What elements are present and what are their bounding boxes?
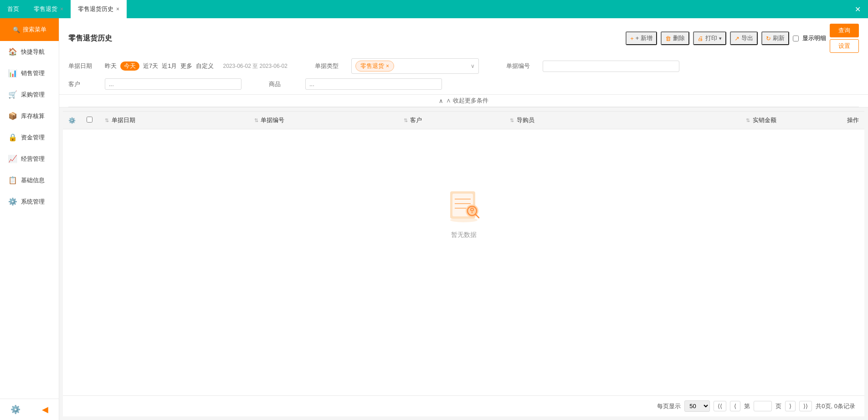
window-close-button[interactable]: ✕ [855,5,861,14]
query-button[interactable]: 查询 [830,24,859,37]
per-page-label: 每页显示 [657,402,681,410]
data-table: ⚙️ ⇅ 单据日期 ⇅ 单据编号 [63,111,864,129]
delete-icon: 🗑 [665,35,671,42]
sort-amount-icon: ⇅ [746,118,750,123]
sidebar-item-basic-info-label: 基础信息 [21,176,45,184]
show-detail-checkbox-label[interactable]: 显示明细 [793,34,826,42]
sort-number-icon: ⇅ [254,118,258,123]
top-bar: 首页 零售退货 × 零售退货历史 × ✕ [0,0,868,18]
date-opt-custom[interactable]: 自定义 [196,62,214,70]
sidebar: 🔍 搜索菜单 🏠 快捷导航 📊 销售管理 🛒 采购管理 📦 库存核算 🔒 资金管… [0,18,59,420]
filter-row-date: 单据日期 昨天 今天 近7天 近1月 更多 自定义 2023-06-02 至 2… [68,58,859,74]
operations-icon: 📈 [8,154,17,163]
sidebar-item-system-label: 系统管理 [21,198,45,206]
tab-retail-return-history[interactable]: 零售退货历史 × [71,0,127,18]
date-opt-1month[interactable]: 近1月 [162,62,177,70]
refresh-button[interactable]: ↻ 刷新 [761,31,789,45]
tab-retail-return-history-label: 零售退货历史 [78,5,113,13]
goods-filter-input[interactable] [305,78,442,90]
sidebar-item-quicknav[interactable]: 🏠 快捷导航 [0,41,59,62]
page-title: 零售退货历史 [68,34,112,43]
date-range-display: 2023-06-02 至 2023-06-02 [223,62,287,70]
delete-label: 删除 [673,34,685,42]
table-head: ⚙️ ⇅ 单据日期 ⇅ 单据编号 [63,112,864,129]
sidebar-item-quicknav-label: 快捷导航 [21,48,45,56]
th-amount-label: 实销金额 [753,117,776,123]
th-settings[interactable]: ⚙️ [63,112,81,129]
sidebar-item-basic-info[interactable]: 📋 基础信息 [0,169,59,191]
th-customer[interactable]: ⇅ 客户 [398,112,505,129]
sidebar-search[interactable]: 🔍 搜索菜单 [0,18,59,41]
prev-page-button[interactable]: ⟨ [730,401,740,411]
show-detail-label: 显示明细 [802,34,826,42]
th-customer-label: 客户 [410,117,422,123]
settings-bottom-icon[interactable]: ⚙️ [10,405,21,415]
sidebar-item-purchase-label: 采购管理 [21,91,45,99]
tab-home-label: 首页 [7,5,19,13]
empty-text: 暂无数据 [451,231,477,239]
sidebar-item-finance[interactable]: 🔒 资金管理 [0,127,59,148]
th-date[interactable]: ⇅ 单据日期 [99,112,249,129]
number-filter-input[interactable] [543,61,679,72]
first-page-button[interactable]: ⟨⟨ [714,401,726,411]
sidebar-item-system[interactable]: ⚙️ 系统管理 [0,191,59,212]
settings-button[interactable]: 设置 [830,39,859,53]
th-action: 操作 [782,112,864,129]
sidebar-item-operations-label: 经营管理 [21,155,45,163]
tab-home[interactable]: 首页 [0,0,26,18]
th-amount[interactable]: ⇅ 实销金额 [632,112,782,129]
page-label: 第 [744,402,750,410]
finance-icon: 🔒 [8,133,17,142]
next-page-button[interactable]: ⟩ [785,401,796,411]
sidebar-item-operations[interactable]: 📈 经营管理 [0,148,59,169]
date-opt-yesterday[interactable]: 昨天 [105,62,117,70]
export-icon: ↗ [734,35,740,42]
tab-retail-return-history-close[interactable]: × [116,6,119,12]
th-date-label: 单据日期 [112,117,135,123]
collapse-filter-button[interactable]: ∧ ∧ 收起更多条件 [59,94,868,107]
top-bar-right: ✕ [847,5,868,14]
date-opt-7days[interactable]: 近7天 [143,62,158,70]
collapse-sidebar-icon[interactable]: ◀ [42,405,48,415]
purchase-icon: 🛒 [8,90,17,99]
svg-line-8 [476,215,479,218]
sidebar-item-finance-label: 资金管理 [21,133,45,142]
tab-retail-return[interactable]: 零售退货 × [26,0,71,18]
page-input[interactable]: 1 [754,401,772,411]
sales-icon: 📊 [8,69,17,77]
sidebar-item-sales[interactable]: 📊 销售管理 [0,62,59,84]
th-number-label: 单据编号 [261,117,284,123]
filter-row-customer: 客户 商品 [68,78,859,90]
sidebar-item-purchase[interactable]: 🛒 采购管理 [0,84,59,105]
type-filter-value: 零售退货 [360,62,384,70]
print-arrow-icon: ▾ [719,36,722,41]
date-options: 昨天 今天 近7天 近1月 更多 自定义 [105,61,214,71]
th-checkbox[interactable] [81,112,99,129]
delete-button[interactable]: 🗑 删除 [661,31,689,45]
customer-filter-input[interactable] [105,78,241,90]
last-page-button[interactable]: ⟩⟩ [799,401,812,411]
print-button[interactable]: 🖨 打印 ▾ [693,31,726,45]
goods-filter-label: 商品 [269,80,296,88]
refresh-label: 刷新 [773,34,785,42]
new-button[interactable]: + + 新增 [626,31,657,45]
number-filter-label: 单据编号 [506,62,534,70]
collapse-label: ∧ 收起更多条件 [446,97,488,105]
sidebar-item-inventory[interactable]: 📦 库存核算 [0,105,59,127]
export-button[interactable]: ↗ 导出 [730,31,758,45]
type-filter-select[interactable]: 零售退货 × ∨ [351,58,479,74]
tab-retail-return-close[interactable]: × [60,6,63,12]
settings-col-icon[interactable]: ⚙️ [68,117,76,124]
select-all-checkbox[interactable] [87,117,92,123]
type-filter-tag-close[interactable]: × [386,63,389,69]
sidebar-search-label: 搜索菜单 [23,26,46,34]
th-number[interactable]: ⇅ 单据编号 [249,112,398,129]
per-page-select[interactable]: 10 20 50 100 [684,400,710,412]
new-icon: + [630,35,634,42]
date-opt-today[interactable]: 今天 [120,61,139,71]
show-detail-checkbox[interactable] [793,36,799,41]
date-opt-more[interactable]: 更多 [180,62,192,70]
th-guide[interactable]: ⇅ 导购员 [504,112,632,129]
page-unit-label: 页 [776,402,781,410]
page-header: 零售退货历史 + + 新增 🗑 删除 🖨 打印 ▾ [59,18,868,108]
